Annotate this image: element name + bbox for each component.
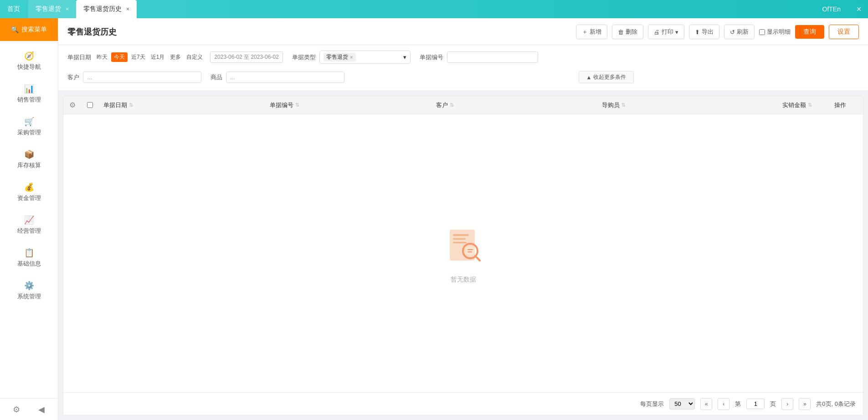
display-detail-label: 显示明细 [767,28,791,36]
tab-retail-return-label: 零售退货 [36,5,61,13]
tab-retail-return-close[interactable]: × [66,6,69,12]
display-detail-input[interactable] [759,29,765,35]
sidebar-item-quick-nav-label: 快捷导航 [17,63,41,71]
date-btn-yesterday[interactable]: 昨天 [95,52,109,62]
sidebar-collapse-button[interactable]: ◀ [33,401,50,418]
date-btn-7days[interactable]: 近7天 [129,52,147,62]
prev-page-button[interactable]: ‹ [718,398,729,410]
inventory-icon: 📦 [24,149,34,159]
th-action: 操作 [817,101,863,109]
th-customer[interactable]: 客户 ⇅ [431,101,597,109]
display-detail-checkbox[interactable]: 显示明细 [759,28,791,36]
content-area: 零售退货历史 ＋ 新增 🗑 删除 🖨 打印 ▾ [58,18,868,420]
voucher-type-label: 单据类型 [292,53,316,61]
svg-rect-3 [453,242,467,243]
sidebar-item-finance-label: 资金管理 [17,194,41,202]
goods-filter: 商品 ... [211,72,344,83]
sidebar-search[interactable]: 🔍 搜索菜单 [0,18,58,41]
goods-select[interactable]: ... [226,72,344,83]
th-amount[interactable]: 实销金额 ⇅ [763,101,817,109]
quick-nav-icon: 🧭 [24,51,34,61]
refresh-button[interactable]: ↺ 刷新 [724,25,755,39]
date-filter-label: 单据日期 [67,53,91,61]
table-settings-button[interactable]: ⚙ [63,101,82,109]
tab-home[interactable]: 首页 [0,0,27,18]
sidebar-item-purchase-mgmt[interactable]: 🛒 采购管理 [0,110,58,143]
tab-retail-return-history-close[interactable]: × [126,6,129,12]
page-size-select[interactable]: 50 10 20 100 [669,398,695,410]
search-icon: 🔍 [11,26,19,33]
print-button[interactable]: 🖨 打印 ▾ [648,25,684,39]
sidebar-item-sales-mgmt[interactable]: 📊 销售管理 [0,77,58,110]
th-no-label: 单据编号 [270,101,293,109]
refresh-icon: ↺ [730,29,735,36]
customer-filter: 客户 ... [67,72,201,83]
window-close-button[interactable]: × [850,0,868,18]
voucher-type-select[interactable]: 零售退货 × ▾ [319,51,411,64]
th-no-sort-icon: ⇅ [295,102,299,108]
customer-select[interactable]: ... [83,72,201,83]
th-no[interactable]: 单据编号 ⇅ [264,101,431,109]
voucher-no-filter: 单据编号 [420,51,538,63]
customer-placeholder: ... [87,74,92,81]
page-title-row: 零售退货历史 ＋ 新增 🗑 删除 🖨 打印 ▾ [67,25,859,39]
sidebar-item-operation[interactable]: 📈 经营管理 [0,209,58,241]
date-range-value[interactable]: 2023-06-02 至 2023-06-02 [210,51,282,63]
voucher-type-tag: 零售退货 × [324,53,356,61]
system-mgmt-icon: ⚙️ [24,281,34,291]
tab-retail-return[interactable]: 零售退货 × [28,0,76,18]
export-button[interactable]: ⬆ 导出 [689,25,719,39]
sidebar-item-finance[interactable]: 💰 资金管理 [0,176,58,209]
first-page-button[interactable]: « [700,398,712,410]
sidebar-item-system-mgmt[interactable]: ⚙️ 系统管理 [0,274,58,307]
th-guide[interactable]: 导购员 ⇅ [596,101,763,109]
page-header: 零售退货历史 ＋ 新增 🗑 删除 🖨 打印 ▾ [58,18,868,45]
sidebar-settings-button[interactable]: ⚙ [8,401,25,418]
customer-filter-label: 客户 [67,73,79,82]
empty-illustration [441,223,486,268]
new-button[interactable]: ＋ 新增 [576,25,607,39]
page-size-label: 每页显示 [640,400,664,408]
sales-mgmt-icon: 📊 [24,84,34,94]
query-button[interactable]: 查询 [795,25,824,39]
date-btn-custom[interactable]: 自定义 [185,52,205,62]
operation-icon: 📈 [24,215,34,225]
export-icon: ⬆ [695,29,700,36]
date-btn-today[interactable]: 今天 [111,52,128,62]
sidebar: 🔍 搜索菜单 🧭 快捷导航 📊 销售管理 🛒 采购管理 📦 库存核算 💰 [0,18,58,420]
svg-rect-1 [453,234,469,236]
next-page-button[interactable]: › [781,398,793,410]
date-btn-more[interactable]: 更多 [168,52,183,62]
filter-area: 单据日期 昨天 今天 近7天 近1月 更多 自定义 2023-06-02 至 2… [58,45,868,91]
basic-info-icon: 📋 [24,248,34,258]
filter-row-1: 单据日期 昨天 今天 近7天 近1月 更多 自定义 2023-06-02 至 2… [67,51,859,64]
sidebar-item-inventory-label: 库存核算 [17,161,41,169]
th-guide-sort-icon: ⇅ [621,102,626,108]
delete-label: 删除 [626,28,637,36]
select-all-checkbox[interactable] [87,102,93,108]
table-select-all[interactable] [82,102,98,108]
date-btn-1month[interactable]: 近1月 [149,52,167,62]
sidebar-item-basic-info[interactable]: 📋 基础信息 [0,241,58,274]
last-page-button[interactable]: » [799,398,811,410]
voucher-type-dropdown-icon: ▾ [403,54,406,61]
settings-label: 设置 [837,28,850,35]
voucher-type-tag-close[interactable]: × [350,54,353,61]
page-suffix: 页 [770,400,776,408]
date-filter: 单据日期 昨天 今天 近7天 近1月 更多 自定义 2023-06-02 至 2… [67,51,283,63]
sidebar-item-quick-nav[interactable]: 🧭 快捷导航 [0,45,58,77]
table-area: ⚙ 单据日期 ⇅ 单据编号 ⇅ 客户 ⇅ 导购员 ⇅ [63,96,863,415]
sidebar-item-inventory[interactable]: 📦 库存核算 [0,143,58,176]
tab-bar: 首页 零售退货 × 零售退货历史 × [0,0,822,18]
export-label: 导出 [702,28,714,36]
sidebar-nav: 🧭 快捷导航 📊 销售管理 🛒 采购管理 📦 库存核算 💰 资金管理 📈 [0,41,58,398]
th-date[interactable]: 单据日期 ⇅ [98,101,264,109]
settings-button[interactable]: 设置 [829,25,859,39]
sidebar-item-system-mgmt-label: 系统管理 [17,292,41,301]
new-label: 新增 [590,28,601,36]
voucher-no-input[interactable] [447,51,538,63]
page-input[interactable] [746,399,765,409]
delete-button[interactable]: 🗑 删除 [612,25,643,39]
collapse-filter-button[interactable]: ▲ 收起更多条件 [579,71,634,83]
tab-retail-return-history[interactable]: 零售退货历史 × [76,0,137,18]
